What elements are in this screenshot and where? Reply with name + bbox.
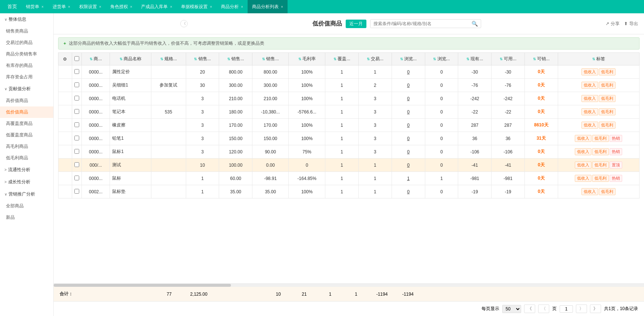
- nav-purchase[interactable]: 进货单 ×: [48, 0, 75, 13]
- td-browse1[interactable]: 0: [392, 145, 425, 159]
- nav-product-analysis-list[interactable]: 商品分析列表 ×: [248, 0, 288, 13]
- th-available[interactable]: ⇅ 可用...: [492, 53, 525, 65]
- sidebar-item-new-products[interactable]: 新品: [0, 212, 53, 223]
- sidebar-item-traded-products[interactable]: 交易过的商品: [0, 37, 53, 48]
- td-checkbox[interactable]: [72, 65, 81, 79]
- th-spec[interactable]: ⇅ 规格...: [151, 53, 186, 65]
- td-checkbox[interactable]: [72, 145, 81, 159]
- td-browse1[interactable]: 0: [392, 159, 425, 172]
- td-checkbox[interactable]: [72, 185, 81, 198]
- page-number-input[interactable]: [560, 305, 573, 313]
- nav-sales-order[interactable]: 销货单 ×: [21, 0, 48, 13]
- sidebar-section-growth[interactable]: > 成长性分析: [0, 176, 53, 188]
- row-checkbox[interactable]: [74, 122, 79, 127]
- td-browse1[interactable]: 0: [392, 119, 425, 132]
- browse-link[interactable]: 0: [407, 123, 410, 128]
- th-browse2[interactable]: ⇅ 浏览...: [425, 53, 458, 65]
- th-gross-rate[interactable]: ⇅ 毛利率: [289, 53, 325, 65]
- horizontal-scrollbar[interactable]: [54, 283, 644, 286]
- th-sales-amount[interactable]: ⇅ 销售...: [219, 53, 252, 65]
- first-page-button[interactable]: 《: [524, 305, 535, 313]
- th-sales-qty[interactable]: ⇅ 销售...: [186, 53, 219, 65]
- data-table-wrapper[interactable]: ⚙ ⇅ 商... ⇅ 商品名称 ⇅ 规格... ⇅ 销售... ⇅ 销售... …: [54, 52, 644, 283]
- sidebar-item-low-value[interactable]: 低价值商品: [0, 106, 53, 118]
- td-checkbox[interactable]: [72, 92, 81, 105]
- td-browse1[interactable]: 0: [392, 132, 425, 145]
- browse-link[interactable]: 0: [407, 163, 410, 168]
- prev-page-button[interactable]: 〈: [538, 305, 549, 313]
- row-checkbox[interactable]: [74, 109, 79, 114]
- browse-link[interactable]: 0: [407, 149, 410, 154]
- sidebar-item-sales-products[interactable]: 销售类商品: [0, 26, 53, 37]
- sidebar-section-contribution[interactable]: ∨ 贡献值分析: [0, 83, 53, 95]
- nav-close-icon[interactable]: ×: [41, 5, 44, 9]
- browse-link[interactable]: 0: [407, 96, 410, 101]
- td-browse1[interactable]: 0: [392, 105, 425, 119]
- th-tags[interactable]: ⇅ 标签: [558, 53, 639, 65]
- th-code[interactable]: ⇅ 商...: [81, 53, 110, 65]
- sidebar-item-stock-capital[interactable]: 库存资金占用: [0, 71, 53, 83]
- sidebar-item-low-margin[interactable]: 低毛利商品: [0, 152, 53, 164]
- nav-product-stock[interactable]: 产成品入库单 ×: [137, 0, 177, 13]
- row-checkbox[interactable]: [74, 69, 79, 74]
- td-browse1[interactable]: 0: [392, 65, 425, 79]
- select-all-checkbox[interactable]: [74, 56, 79, 61]
- per-page-select[interactable]: 50 100 200: [502, 305, 521, 313]
- row-checkbox[interactable]: [74, 162, 79, 167]
- nav-close-icon[interactable]: ×: [130, 5, 133, 9]
- td-browse1[interactable]: 1: [392, 172, 425, 185]
- next-page-button[interactable]: 〉: [576, 305, 587, 313]
- nav-close-icon[interactable]: ×: [170, 5, 172, 9]
- sidebar-item-category-sales-rate[interactable]: 商品分类销售率: [0, 48, 53, 60]
- td-checkbox[interactable]: [72, 79, 81, 92]
- sidebar-section-circulation[interactable]: > 流通性分析: [0, 164, 53, 176]
- th-sellable[interactable]: ⇅ 可销...: [524, 53, 558, 65]
- sidebar-section-overall[interactable]: ∨ 整体信息: [0, 13, 53, 26]
- td-checkbox[interactable]: [72, 119, 81, 132]
- sidebar-item-low-coverage[interactable]: 低覆盖度商品: [0, 129, 53, 141]
- export-button[interactable]: ⬆ 导出: [624, 21, 638, 27]
- th-current[interactable]: ⇅ 现有...: [458, 53, 492, 65]
- nav-close-icon[interactable]: ×: [210, 5, 212, 9]
- share-button[interactable]: ↗ 分享: [606, 21, 620, 27]
- th-trade[interactable]: ⇅ 交易...: [359, 53, 392, 65]
- sidebar-item-high-value[interactable]: 高价值商品: [0, 95, 53, 106]
- td-browse1[interactable]: 0: [392, 79, 425, 92]
- sidebar-item-stocked-products[interactable]: 有库存的商品: [0, 60, 53, 71]
- row-checkbox[interactable]: [74, 82, 79, 87]
- th-name[interactable]: ⇅ 商品名称: [110, 53, 151, 65]
- sidebar-item-all-products[interactable]: 全部商品: [0, 200, 53, 212]
- td-checkbox[interactable]: [72, 132, 81, 145]
- nav-home[interactable]: 首页: [3, 0, 21, 13]
- sidebar-section-marketing[interactable]: ∨ 营销推广分析: [0, 188, 53, 200]
- sidebar-item-high-margin[interactable]: 高毛利商品: [0, 141, 53, 152]
- th-checkbox[interactable]: [72, 53, 81, 65]
- browse-link[interactable]: 0: [407, 189, 410, 194]
- browse-link[interactable]: 0: [407, 136, 410, 141]
- row-checkbox[interactable]: [74, 176, 79, 180]
- collapse-sidebar-button[interactable]: 《: [180, 20, 188, 27]
- nav-close-icon[interactable]: ×: [241, 5, 243, 9]
- th-browse1[interactable]: ⇅ 浏览...: [392, 53, 425, 65]
- th-sales-price[interactable]: ⇅ 销售...: [252, 53, 289, 65]
- browse-link[interactable]: 0: [407, 109, 410, 115]
- search-input[interactable]: [373, 21, 469, 26]
- search-icon[interactable]: 🔍: [472, 21, 478, 27]
- nav-roles[interactable]: 角色授权 ×: [106, 0, 137, 13]
- last-page-button[interactable]: 》: [590, 305, 601, 313]
- td-browse1[interactable]: 0: [392, 92, 425, 105]
- nav-close-icon[interactable]: ×: [99, 5, 101, 9]
- nav-close-icon[interactable]: ×: [281, 5, 283, 9]
- row-checkbox[interactable]: [74, 96, 79, 101]
- td-checkbox[interactable]: [72, 105, 81, 119]
- browse-link[interactable]: 0: [407, 69, 410, 75]
- td-checkbox[interactable]: [72, 159, 81, 172]
- td-browse1[interactable]: 0: [392, 185, 425, 198]
- scroll-thumb[interactable]: [54, 284, 231, 287]
- nav-template[interactable]: 单据模板设置 ×: [177, 0, 217, 13]
- nav-close-icon[interactable]: ×: [68, 5, 70, 9]
- row-checkbox[interactable]: [74, 149, 79, 154]
- td-checkbox[interactable]: [72, 172, 81, 185]
- period-button[interactable]: 近一月: [346, 20, 366, 28]
- row-checkbox[interactable]: [74, 189, 79, 194]
